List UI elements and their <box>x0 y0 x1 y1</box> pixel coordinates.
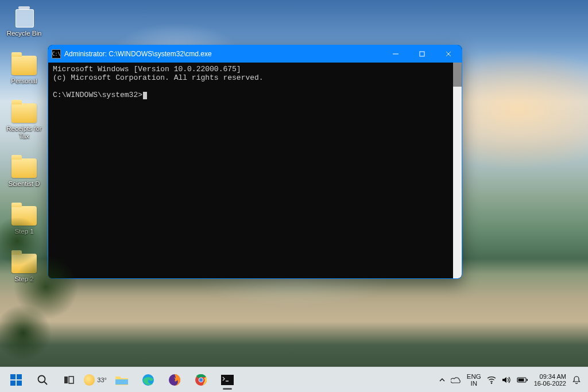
sun-icon <box>84 374 95 386</box>
folder-icon <box>11 206 37 226</box>
lang-top: ENG <box>467 373 481 380</box>
svg-point-5 <box>38 375 45 382</box>
file-explorer-button[interactable] <box>110 368 133 391</box>
firefox-button[interactable] <box>163 368 186 391</box>
folder-icon <box>11 56 37 75</box>
svg-rect-17 <box>527 379 528 381</box>
chrome-button[interactable] <box>189 368 212 391</box>
recycle-bin-icon <box>13 5 35 28</box>
maximize-button[interactable] <box>409 45 435 63</box>
terminal-output[interactable]: Microsoft Windows [Version 10.0.22000.67… <box>48 63 453 278</box>
cmd-icon: C:\ <box>52 49 61 59</box>
svg-rect-0 <box>420 52 424 56</box>
cmd-taskbar-button[interactable] <box>216 368 239 391</box>
terminal-icon <box>221 375 234 385</box>
wifi-icon <box>487 376 496 384</box>
svg-rect-18 <box>518 378 524 381</box>
edge-icon <box>142 374 154 386</box>
desktop-icon-label: Receipts for Tax <box>3 125 45 140</box>
search-icon <box>37 374 48 386</box>
battery-icon <box>517 377 528 383</box>
bell-icon <box>572 375 581 385</box>
svg-rect-6 <box>64 377 68 383</box>
edge-button[interactable] <box>137 368 160 391</box>
desktop-icon-grid: Recycle Bin Personal Receipts for Tax Sc… <box>2 2 48 284</box>
desktop-icon-recycle-bin[interactable]: Recycle Bin <box>2 2 46 38</box>
folder-icon <box>11 158 37 178</box>
terminal-line: (c) Microsoft Corporation. All rights re… <box>53 73 264 82</box>
time-text: 09:34 AM <box>534 373 566 380</box>
folder-icon <box>11 254 37 273</box>
task-view-button[interactable] <box>57 368 80 391</box>
desktop-icon-step1[interactable]: Step 1 <box>2 200 46 236</box>
folder-icon <box>11 103 37 123</box>
desktop-icon-personal[interactable]: Personal <box>2 50 46 86</box>
notifications-button[interactable] <box>572 375 581 385</box>
volume-tray[interactable] <box>502 376 511 384</box>
scrollbar-thumb[interactable] <box>453 63 462 87</box>
svg-rect-2 <box>17 374 22 379</box>
battery-tray[interactable] <box>517 377 528 383</box>
desktop-icon-label: Personal <box>11 77 37 85</box>
desktop-icon-receipts[interactable]: Receipts for Tax <box>2 98 46 141</box>
lang-bottom: IN <box>467 380 481 387</box>
minimize-button[interactable] <box>382 45 409 63</box>
task-view-icon <box>63 374 75 386</box>
desktop-icon-step2[interactable]: Step 2 <box>2 248 46 284</box>
terminal-prompt: C:\WINDOWS\system32> <box>53 91 142 99</box>
close-button[interactable] <box>435 45 462 63</box>
clock-button[interactable]: 09:34 AM 16-06-2022 <box>534 373 566 387</box>
weather-temp: 33° <box>97 377 107 383</box>
taskbar: 33° <box>0 367 588 392</box>
file-explorer-icon <box>115 374 129 386</box>
onedrive-tray[interactable] <box>451 377 461 383</box>
wifi-tray[interactable] <box>487 376 496 384</box>
cursor-icon <box>143 92 147 99</box>
windows-logo-icon <box>10 374 22 386</box>
svg-rect-3 <box>10 381 16 386</box>
cmd-window[interactable]: C:\ Administrator: C:\WINDOWS\system32\c… <box>48 45 462 279</box>
speaker-icon <box>502 376 511 384</box>
svg-point-13 <box>199 378 203 381</box>
svg-point-15 <box>491 382 492 383</box>
firefox-icon <box>168 374 181 386</box>
desktop-icon-label: Step 1 <box>14 228 33 235</box>
tray-overflow-button[interactable] <box>439 377 445 383</box>
desktop-icon-label: Step 2 <box>14 275 33 283</box>
system-tray: ENG IN 09:34 AM 16-06-2022 <box>432 367 588 392</box>
svg-rect-8 <box>115 379 128 385</box>
desktop-icon-scientist[interactable]: Scientist D <box>2 153 46 189</box>
scrollbar[interactable] <box>453 63 462 278</box>
svg-rect-4 <box>17 381 22 386</box>
chevron-up-icon <box>439 377 445 383</box>
svg-rect-1 <box>10 374 16 379</box>
weather-widget[interactable]: 33° <box>84 368 107 391</box>
start-button[interactable] <box>5 368 28 391</box>
language-button[interactable]: ENG IN <box>467 373 481 387</box>
svg-rect-7 <box>69 377 74 383</box>
window-title: Administrator: C:\WINDOWS\system32\cmd.e… <box>64 50 212 58</box>
titlebar[interactable]: C:\ Administrator: C:\WINDOWS\system32\c… <box>48 45 462 63</box>
terminal-line: Microsoft Windows [Version 10.0.22000.67… <box>53 65 241 73</box>
chrome-icon <box>195 374 207 386</box>
desktop-icon-label: Recycle Bin <box>7 30 42 37</box>
search-button[interactable] <box>31 368 54 391</box>
cloud-icon <box>451 377 461 383</box>
desktop-icon-label: Scientist D <box>9 180 40 188</box>
date-text: 16-06-2022 <box>534 380 566 387</box>
